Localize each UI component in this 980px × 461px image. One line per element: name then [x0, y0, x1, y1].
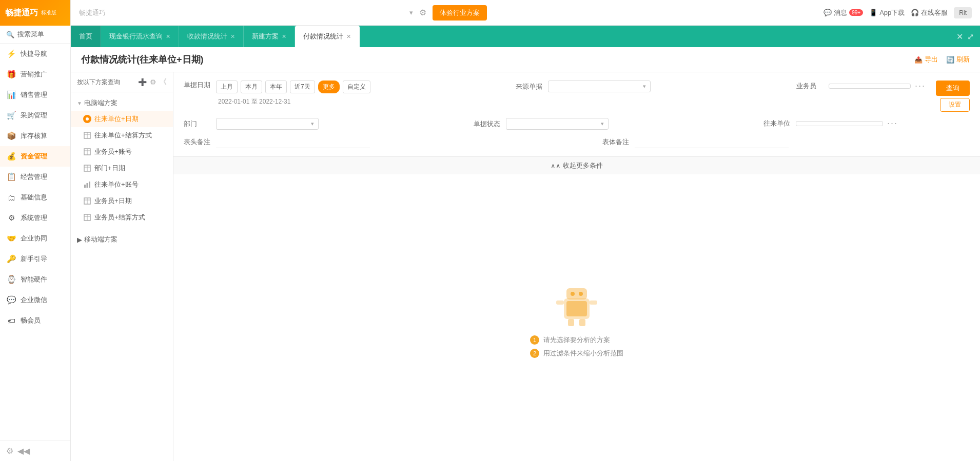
scheme-staff-date[interactable]: 业务员+日期 — [71, 193, 173, 209]
tab-new-scheme[interactable]: 新建方案 ✕ — [244, 26, 295, 47]
date-btn-this-month[interactable]: 本月 — [241, 81, 262, 93]
tab-bank[interactable]: 现金银行流水查询 ✕ — [101, 26, 179, 47]
sidebar-item-hardware[interactable]: ⌚ 智能硬件 — [0, 269, 70, 290]
topbar-dropdown-icon[interactable]: ▾ — [409, 9, 413, 16]
app-download-action[interactable]: 📱 App下载 — [869, 8, 905, 17]
date-btn-more[interactable]: 更多 — [318, 81, 340, 93]
scheme-unit-settle[interactable]: 往来单位+结算方式 — [71, 127, 173, 144]
filter-row-1: 单据日期 上月 本月 本年 近7天 更多 自定义 20 — [184, 81, 970, 112]
dept-label: 部门 — [184, 119, 212, 129]
query-button[interactable]: 查询 — [936, 81, 970, 96]
sidebar-item-operation[interactable]: 📋 经营管理 — [0, 167, 70, 187]
scheme-unit-account[interactable]: 往来单位+账号 — [71, 176, 173, 193]
sidebar-item-wechat[interactable]: 💬 企业微信 — [0, 290, 70, 310]
system-icon: ⚙ — [6, 213, 16, 223]
body-remark-input[interactable] — [635, 136, 789, 148]
scheme-table3-icon — [83, 164, 91, 172]
sidebar-item-label: 资金管理 — [21, 152, 47, 161]
settings-scheme-icon[interactable]: ⚙ — [150, 78, 156, 86]
tab-pay-stats[interactable]: 付款情况统计 ✕ — [295, 26, 360, 47]
sidebar-item-system[interactable]: ⚙ 系统管理 — [0, 208, 70, 228]
section-arrow-icon: ▼ — [77, 101, 82, 106]
pay-stats-tab-close[interactable]: ✕ — [346, 33, 351, 40]
bank-tab-close[interactable]: ✕ — [166, 33, 170, 40]
date-btn-last-month[interactable]: 上月 — [216, 81, 238, 93]
sidebar-footer: ⚙ ◀◀ — [0, 440, 70, 461]
staff-more-icon[interactable]: ··· — [915, 81, 926, 91]
scheme-staff-settle[interactable]: 业务员+结算方式 — [71, 209, 173, 226]
service-label: 在线客服 — [921, 8, 948, 17]
mobile-section-toggle[interactable]: ▶ 移动端方案 — [71, 232, 173, 247]
sidebar-item-quick-nav[interactable]: ⚡ 快捷导航 — [0, 44, 70, 64]
settings-footer-icon[interactable]: ⚙ — [6, 446, 13, 456]
payment-stats-tab-close[interactable]: ✕ — [230, 33, 235, 40]
svg-point-22 — [579, 292, 583, 296]
tab-close-all-icon[interactable]: ✕ — [956, 32, 963, 42]
dept-select[interactable]: ▾ — [216, 118, 319, 130]
tab-home[interactable]: 首页 — [71, 26, 101, 47]
sidebar-item-member[interactable]: 🏷 畅会员 — [0, 310, 70, 331]
refresh-action[interactable]: 🔄 刷新 — [946, 55, 970, 64]
scheme-table-icon — [83, 131, 91, 139]
scheme-dept-date[interactable]: 部门+日期 — [71, 160, 173, 176]
doc-status-select[interactable]: ▾ — [506, 118, 609, 130]
scheme-staff-account[interactable]: 业务员+账号 — [71, 144, 173, 160]
user-text: Rit — [959, 9, 967, 16]
date-btn-7days[interactable]: 近7天 — [290, 81, 315, 93]
sidebar-item-purchase[interactable]: 🛒 采购管理 — [0, 105, 70, 126]
collapse-panel-icon[interactable]: 《 — [160, 77, 167, 87]
user-info[interactable]: Rit — [954, 7, 972, 18]
header-remark-input[interactable] — [216, 136, 370, 148]
export-action[interactable]: 📤 导出 — [914, 55, 938, 64]
partner-more-icon[interactable]: ··· — [887, 118, 898, 129]
hardware-icon: ⌚ — [6, 274, 16, 285]
scheme-label: 往来单位+结算方式 — [94, 131, 152, 140]
sidebar-item-cooperation[interactable]: 🤝 企业协同 — [0, 228, 70, 249]
svg-rect-24 — [579, 319, 585, 326]
sidebar-item-finance[interactable]: 💰 资金管理 — [0, 146, 70, 167]
left-panel-icons: ➕ ⚙ 《 — [138, 77, 167, 87]
tabbar-controls: ✕ ⤢ — [950, 26, 980, 47]
main-area: 畅捷通巧 ▾ ⚙ 体验行业方案 💬 消息 99+ 📱 App下载 🎧 在线客服 … — [71, 0, 980, 461]
collapse-sidebar-icon[interactable]: ◀◀ — [17, 446, 30, 456]
industry-btn[interactable]: 体验行业方案 — [433, 5, 487, 21]
scheme-label: 业务员+日期 — [94, 196, 132, 206]
new-scheme-tab-close[interactable]: ✕ — [282, 33, 286, 40]
hint-text-1: 请先选择要分析的方案 — [543, 335, 610, 345]
sidebar-item-label: 营销推广 — [21, 70, 47, 79]
sidebar-item-label: 采购管理 — [21, 111, 47, 120]
scheme-unit-date[interactable]: 往来单位+日期 — [71, 111, 173, 127]
service-action[interactable]: 🎧 在线客服 — [911, 8, 948, 17]
message-action[interactable]: 💬 消息 99+ — [824, 8, 863, 17]
tab-expand-icon[interactable]: ⤢ — [967, 32, 974, 42]
sidebar-item-guide[interactable]: 🔑 新手引导 — [0, 249, 70, 269]
sidebar-item-inventory[interactable]: 📦 库存核算 — [0, 126, 70, 146]
settings-button[interactable]: 设置 — [940, 98, 970, 112]
tabbar: 首页 现金银行流水查询 ✕ 收款情况统计 ✕ 新建方案 ✕ 付款情况统计 ✕ ✕… — [71, 26, 980, 47]
tab-payment-stats[interactable]: 收款情况统计 ✕ — [179, 26, 244, 47]
member-icon: 🏷 — [6, 315, 16, 326]
topbar-settings-icon[interactable]: ⚙ — [419, 8, 426, 17]
svg-rect-9 — [84, 185, 86, 188]
search-menu[interactable]: 🔍 搜索菜单 — [0, 26, 70, 44]
desktop-section-toggle[interactable]: ▼ 电脑端方案 — [71, 95, 173, 111]
date-btn-custom[interactable]: 自定义 — [343, 81, 370, 93]
cooperation-icon: 🤝 — [6, 233, 16, 244]
left-panel-header: 按以下方案查询 ➕ ⚙ 《 — [71, 72, 173, 92]
sidebar-item-sales[interactable]: 📊 销售管理 — [0, 85, 70, 105]
sidebar-item-label: 企业微信 — [21, 295, 47, 305]
sidebar-item-marketing[interactable]: 🎁 营销推广 — [0, 64, 70, 85]
partner-select[interactable] — [796, 121, 883, 126]
right-panel: 单据日期 上月 本月 本年 近7天 更多 自定义 20 — [173, 72, 980, 461]
app-label: App下载 — [879, 8, 905, 17]
source-select[interactable]: ▾ — [548, 81, 651, 92]
date-btn-this-year[interactable]: 本年 — [265, 81, 287, 93]
sidebar-header: 畅捷通巧 标准版 — [0, 0, 70, 26]
sidebar: 畅捷通巧 标准版 🔍 搜索菜单 ⚡ 快捷导航 🎁 营销推广 📊 销售管理 🛒 采… — [0, 0, 71, 461]
add-scheme-icon[interactable]: ➕ — [138, 78, 147, 86]
refresh-label: 刷新 — [956, 55, 970, 64]
collapse-btn[interactable]: ∧∧ 收起更多条件 — [173, 157, 980, 174]
service-icon: 🎧 — [911, 9, 919, 16]
sidebar-item-basic-info[interactable]: 🗂 基础信息 — [0, 187, 70, 208]
staff-select[interactable] — [829, 84, 911, 89]
